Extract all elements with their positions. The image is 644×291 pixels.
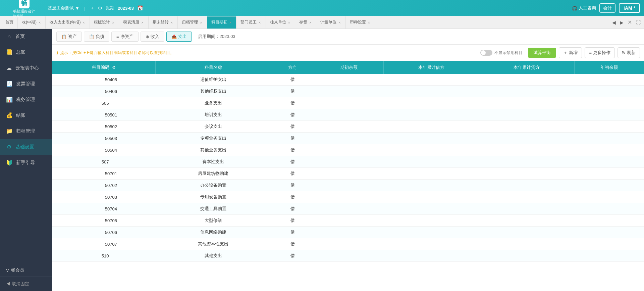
table-row[interactable]: 50706 信息网络购建 借 [52,227,644,238]
col-direction: 方向 [271,61,314,74]
table-row[interactable]: 507 资本性支出 借 [52,156,644,168]
tab-tax[interactable]: 税表清册× [119,16,148,29]
table-row[interactable]: 50701 房屋建筑物购建 借 [52,168,644,180]
tab-template[interactable]: 模版设计× [90,16,119,29]
iamstar-button[interactable]: iAM * [619,3,640,13]
cell-name-12: 大型修缮 [155,215,271,227]
table-row[interactable]: 50405 运值维护支出 借 [52,74,644,86]
sidebar-item-archive[interactable]: 📁归档管理 [0,123,52,139]
cell-code-1: 50406 [52,86,155,97]
table-row[interactable]: 50702 办公设备购置 借 [52,180,644,191]
tab-close-cashflow[interactable]: × [38,20,41,25]
tab-unit[interactable]: 计量单位× [316,16,345,29]
table-row[interactable]: 50406 其他维权支出 借 [52,86,644,97]
sub-tab-income_tab[interactable]: ⊕收入 [141,32,164,42]
calc-balance-button[interactable]: 试算平衡 [528,48,556,58]
cell-balance-4 [314,121,384,133]
settings-icon[interactable]: ⚙ [98,5,102,11]
sub-tab-expense[interactable]: 📤支出 [166,32,192,42]
tab-subject_period[interactable]: 科目期初× [207,16,236,29]
table-row[interactable]: 50707 其他资本性支出 借 [52,238,644,250]
tab-inventory[interactable]: 存货× [295,16,316,29]
cell-code-9: 50702 [52,180,155,191]
sidebar-label-tax_mgmt: 税务管理 [16,97,35,103]
tab-dept[interactable]: 部门员工× [236,16,266,29]
tab-currency[interactable]: 币种设置× [346,16,375,29]
sidebar-icon-invoice: 🧾 [6,81,13,87]
tab-nav-next[interactable]: ▶ [618,18,626,27]
tab-archive_mgmt[interactable]: 归档管理× [178,16,207,29]
cell-annual-balance-6 [575,144,644,156]
tab-income[interactable]: 收入支出表(年报)× [46,16,90,29]
more-actions-button[interactable]: ≡ 更多操作 [585,47,615,58]
cell-annual-debit-10 [384,191,479,203]
table-row[interactable]: 50501 培训支出 借 [52,109,644,121]
table-row[interactable]: 50503 专项业务支出 借 [52,133,644,144]
sidebar-item-guide[interactable]: 🔰新手引导 [0,155,52,171]
sidebar-item-tax_mgmt[interactable]: 📊税务管理 [0,92,52,107]
table-row[interactable]: 505 业务支出 借 [52,97,644,109]
tab-close-all-button[interactable]: ✕ [626,18,634,27]
company-name: 基层工会测试 [48,5,74,11]
sub-tab-icon-asset: 📋 [61,34,67,39]
tab-close-currency[interactable]: × [367,20,371,25]
sidebar-item-report_center[interactable]: ☁云报表中心 [0,60,52,76]
cell-annual-credit-8 [479,168,575,180]
sidebar-item-home[interactable]: ⌂首页 [0,29,52,44]
tab-cashflow[interactable]: 收(中期)× [18,16,46,29]
refresh-label: 刷新 [627,50,636,56]
help-button[interactable]: 🎧 人工咨询 [572,5,596,11]
tab-close-subject_period[interactable]: × [229,20,232,25]
logo-edition: 旗舰版 [13,14,23,18]
cell-name-15: 其他支出 [155,250,271,262]
calendar-icon[interactable]: 📅 [137,5,143,11]
tab-close-template[interactable]: × [111,20,115,25]
sidebar-item-invoice[interactable]: 🧾发票管理 [0,76,52,92]
tab-close-income[interactable]: × [82,20,85,25]
cell-annual-balance-9 [575,180,644,191]
tab-home[interactable]: 首页 [1,16,18,29]
table-row[interactable]: 50703 专用设备购置 借 [52,191,644,203]
hint-icon: ℹ [56,50,58,55]
toolbar: ℹ 提示：按Ctrl + F键并输入科目编码或者科目名称可以查找科目。 不显示禁… [52,45,644,61]
sub-tab-liability[interactable]: 📋负债 [84,32,109,42]
add-company-button[interactable]: ＋ [90,5,95,11]
tab-close-inventory[interactable]: × [309,20,312,25]
tab-customer[interactable]: 往来单位× [266,16,295,29]
cell-code-0: 50405 [52,74,155,86]
table-row[interactable]: 50504 其他业务支出 借 [52,144,644,156]
tab-close-customer[interactable]: × [287,20,291,25]
refresh-button[interactable]: ↻ 刷新 [618,47,640,58]
tab-close-dept[interactable]: × [258,20,261,25]
tab-close-period[interactable]: × [170,20,173,25]
col-settings-icon[interactable]: ⚙ [112,65,116,70]
company-selector[interactable]: 基层工会测试 ▼ [48,5,79,11]
sub-tab-asset[interactable]: 📋资产 [56,32,82,42]
tab-close-unit[interactable]: × [338,20,341,25]
tab-nav-prev[interactable]: ◀ [610,18,618,27]
sub-tab-net_asset[interactable]: ≡净资产 [111,32,139,42]
cell-balance-6 [314,144,384,156]
table-row[interactable]: 50502 会议支出 借 [52,121,644,133]
sidebar-collapse-button[interactable]: ◀ 取消固定 [0,277,52,291]
tab-close-archive_mgmt[interactable]: × [199,20,203,25]
cell-balance-12 [314,215,384,227]
table-row[interactable]: 50704 交通工具购置 借 [52,203,644,215]
tab-expand-button[interactable]: ⛶ [634,18,643,27]
sidebar-item-ledger[interactable]: 📒总账 [0,44,52,60]
tab-period[interactable]: 期末结转× [149,16,178,29]
account-button[interactable]: 会计 [599,3,615,13]
cell-annual-credit-12 [479,215,575,227]
sidebar-vip-item[interactable]: V 畅会员 [0,264,52,277]
sidebar-item-settings[interactable]: ⚙基础设置 [0,139,52,155]
new-button[interactable]: ＋ 新增 [559,47,582,58]
cell-balance-2 [314,97,384,109]
hint-box: ℹ 提示：按Ctrl + F键并输入科目编码或者科目名称可以查找科目。 [56,50,478,56]
disabled-toggle-switch[interactable] [480,50,492,56]
table-row[interactable]: 510 其他支出 借 [52,250,644,262]
cell-direction-10: 借 [271,191,314,203]
tab-close-tax[interactable]: × [141,20,144,25]
sidebar-item-settle[interactable]: 💰结账 [0,107,52,123]
cell-annual-credit-10 [479,191,575,203]
table-row[interactable]: 50705 大型修缮 借 [52,215,644,227]
